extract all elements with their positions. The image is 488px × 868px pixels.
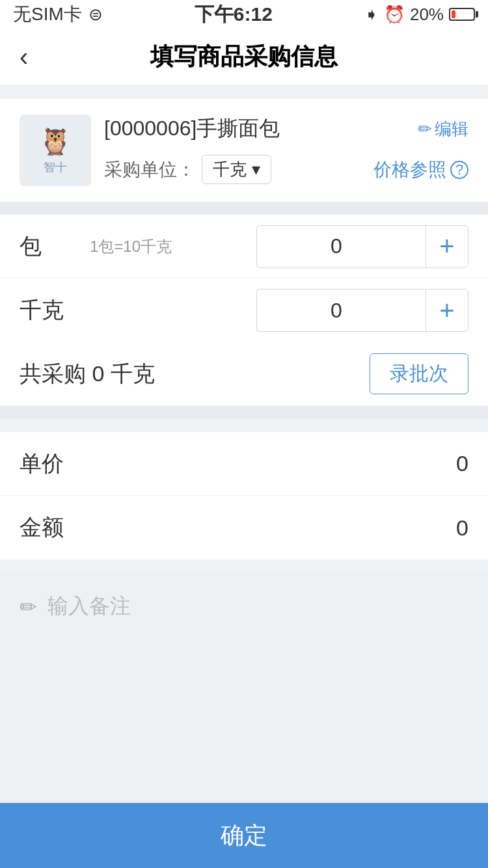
edit-icon: ✏ (418, 119, 432, 139)
kg-plus-button[interactable]: + (426, 289, 468, 332)
unit-price-label: 单价 (20, 449, 64, 479)
carrier-label: 无SIM卡 (13, 2, 82, 27)
battery-fill (452, 10, 455, 18)
kg-input-row: 千克 + (0, 278, 488, 342)
amount-label: 金额 (20, 513, 64, 543)
pencil-icon: ✏ (20, 595, 37, 619)
unit-price-value: 0 (456, 451, 468, 476)
back-button[interactable]: ‹ (20, 42, 28, 72)
kg-label: 千克 (20, 295, 85, 325)
product-thumb-icon: 🦉 (39, 126, 72, 157)
location-icon: ➧ (364, 5, 379, 25)
bag-input[interactable] (256, 225, 426, 268)
record-batch-button[interactable]: 录批次 (370, 353, 468, 394)
input-section: 包 1包=10千克 + 千克 + (0, 215, 488, 342)
unit-price-row: 单价 0 (0, 432, 488, 496)
product-thumb-text: 智十 (44, 159, 67, 175)
info-icon: ? (450, 161, 468, 179)
time-label: 下午6:12 (195, 1, 273, 28)
divider-1 (0, 202, 488, 215)
page-title: 填写商品采购信息 (150, 41, 338, 73)
amount-row: 金额 0 (0, 496, 488, 560)
bag-input-row: 包 1包=10千克 + (0, 215, 488, 278)
bag-input-wrap: + (256, 225, 468, 268)
battery-percent: 20% (410, 5, 444, 25)
divider-2 (0, 406, 488, 419)
product-name-row: [0000006]手撕面包 ✏ 编辑 (104, 115, 468, 143)
purchase-unit-row: 采购单位： 千克 ▾ 价格参照 ? (104, 155, 468, 184)
edit-button[interactable]: ✏ 编辑 (418, 118, 468, 141)
nav-bar: ‹ 填写商品采购信息 (0, 29, 488, 86)
bag-sublabel: 1包=10千克 (90, 236, 256, 257)
price-section: 单价 0 金额 0 (0, 432, 488, 560)
product-thumbnail: 🦉 智十 (20, 115, 91, 186)
amount-value: 0 (456, 515, 468, 541)
remark-placeholder: 输入备注 (47, 592, 131, 621)
summary-row: 共采购 0 千克 录批次 (0, 342, 488, 406)
unit-select[interactable]: 千克 ▾ (202, 155, 271, 184)
bag-plus-button[interactable]: + (426, 225, 468, 268)
remark-section[interactable]: ✏ 输入备注 (0, 573, 488, 807)
product-card: 🦉 智十 [0000006]手撕面包 ✏ 编辑 采购单位： 千克 ▾ 价格参照 … (0, 99, 488, 202)
bag-label: 包 (20, 232, 85, 262)
kg-input[interactable] (256, 289, 426, 332)
confirm-button[interactable]: 确定 (0, 803, 488, 868)
product-info: [0000006]手撕面包 ✏ 编辑 采购单位： 千克 ▾ 价格参照 ? (104, 115, 468, 184)
kg-input-wrap: + (256, 289, 468, 332)
price-ref-label: 价格参照 (373, 157, 446, 182)
chevron-down-icon: ▾ (252, 159, 260, 180)
alarm-icon: ⏰ (384, 5, 405, 25)
wifi-icon: ⊜ (88, 5, 103, 25)
price-ref-button[interactable]: 价格参照 ? (373, 157, 468, 182)
product-name: [0000006]手撕面包 (104, 115, 280, 143)
summary-text: 共采购 0 千克 (20, 359, 155, 389)
battery-icon (449, 8, 475, 21)
status-left: 无SIM卡 ⊜ (13, 2, 103, 27)
status-bar: 无SIM卡 ⊜ 下午6:12 ➧ ⏰ 20% (0, 0, 488, 29)
status-right: ➧ ⏰ 20% (364, 5, 475, 25)
purchase-unit-label: 采购单位： (104, 157, 195, 182)
unit-value: 千克 (213, 158, 247, 181)
